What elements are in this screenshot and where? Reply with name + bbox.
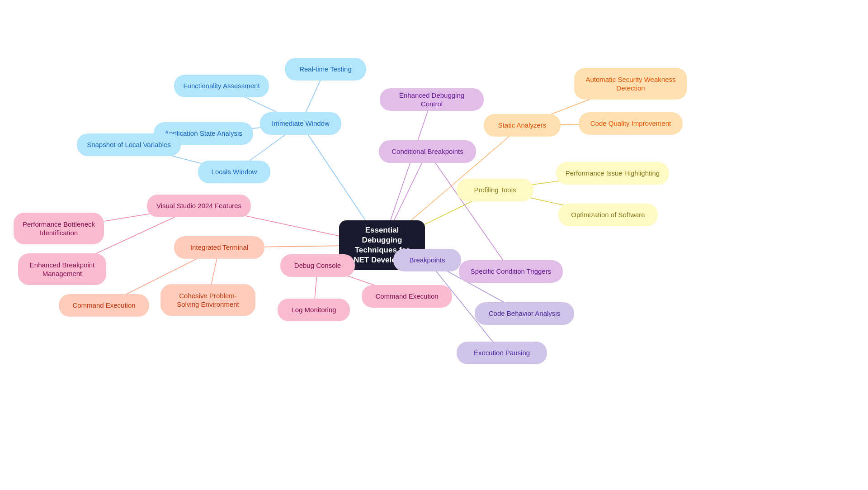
command-execution-left: Command Execution bbox=[59, 294, 149, 317]
integrated-terminal: Integrated Terminal bbox=[174, 236, 264, 259]
code-behavior-analysis: Code Behavior Analysis bbox=[475, 302, 574, 325]
realtime-testing: Real-time Testing bbox=[285, 58, 366, 81]
auto-security-weakness: Automatic Security Weakness Detection bbox=[574, 68, 687, 100]
snapshot-local-variables: Snapshot of Local Variables bbox=[77, 133, 181, 156]
enhanced-breakpoint: Enhanced Breakpoint Management bbox=[18, 253, 106, 285]
mindmap-container: Essential Debugging Techniques for .NET … bbox=[0, 0, 868, 490]
execution-pausing: Execution Pausing bbox=[457, 342, 547, 364]
code-quality-improvement: Code Quality Improvement bbox=[579, 112, 683, 135]
optimization-software: Optimization of Software bbox=[558, 204, 658, 226]
visual-studio-2024: Visual Studio 2024 Features bbox=[147, 195, 251, 217]
log-monitoring: Log Monitoring bbox=[278, 299, 350, 321]
immediate-window: Immediate Window bbox=[260, 112, 341, 135]
enhanced-debugging-control: Enhanced Debugging Control bbox=[380, 88, 484, 111]
perf-issue-highlighting: Performance Issue Highlighting bbox=[556, 162, 669, 185]
static-analyzers: Static Analyzers bbox=[484, 114, 561, 137]
conditional-breakpoints: Conditional Breakpoints bbox=[379, 140, 476, 163]
breakpoints: Breakpoints bbox=[393, 249, 461, 271]
perf-bottleneck: Performance Bottleneck Identification bbox=[14, 213, 104, 244]
command-execution-right: Command Execution bbox=[362, 285, 452, 308]
specific-condition-triggers: Specific Condition Triggers bbox=[459, 260, 563, 283]
locals-window: Locals Window bbox=[198, 161, 270, 183]
debug-console: Debug Console bbox=[280, 254, 355, 277]
functionality-assessment: Functionality Assessment bbox=[174, 75, 269, 97]
connections-svg bbox=[0, 0, 868, 490]
profiling-tools: Profiling Tools bbox=[457, 179, 533, 201]
cohesive-problem: Cohesive Problem-Solving Environment bbox=[160, 284, 255, 316]
